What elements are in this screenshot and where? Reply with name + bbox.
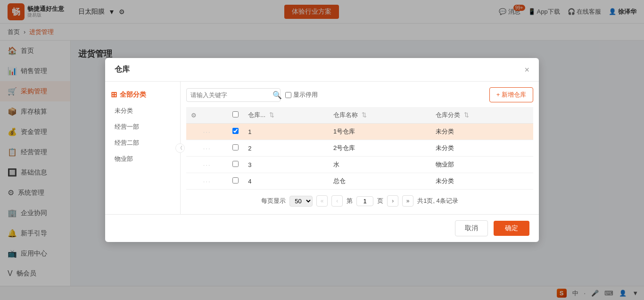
grid-icon: ⊞ xyxy=(111,90,117,99)
per-page-label: 每页显示 xyxy=(261,197,286,205)
table-row[interactable]: ··· 1 1号仓库 未分类 xyxy=(186,124,533,140)
select-all-checkbox[interactable] xyxy=(232,111,239,117)
th-category-label: 仓库分类 xyxy=(436,111,460,118)
first-page-button[interactable]: « xyxy=(316,195,328,207)
row-name: 1号仓库 xyxy=(329,124,431,140)
search-box: 🔍 xyxy=(186,88,281,102)
th-checkbox xyxy=(228,107,243,124)
table-row[interactable]: ··· 4 总仓 未分类 xyxy=(186,173,533,190)
modal-footer: 取消 确定 xyxy=(105,214,539,242)
row-category: 未分类 xyxy=(431,173,533,190)
table-body: ··· 1 1号仓库 未分类 ··· 2 2号仓库 未分类 ··· 3 水 物业… xyxy=(186,124,533,190)
category-label-0: 未分类 xyxy=(115,107,133,114)
prev-page-button[interactable]: ‹ xyxy=(331,195,343,207)
th-category: 仓库分类 ⇅ xyxy=(431,107,533,124)
row-category: 未分类 xyxy=(431,140,533,157)
row-actions: ··· xyxy=(186,140,228,157)
category-item-2[interactable]: 经营二部 xyxy=(105,135,180,151)
row-name: 2号仓库 xyxy=(329,140,431,157)
per-page-select[interactable]: 50 xyxy=(289,196,313,207)
table-header: ⚙ 仓库... ⇅ 仓库名称 ⇅ xyxy=(186,107,533,124)
row-checkbox[interactable] xyxy=(232,177,239,183)
th-name: 仓库名称 ⇅ xyxy=(329,107,431,124)
show-disabled-label: 显示停用 xyxy=(293,91,318,99)
cancel-button[interactable]: 取消 xyxy=(455,220,488,236)
row-checkbox[interactable] xyxy=(232,161,239,167)
confirm-button[interactable]: 确定 xyxy=(494,221,529,236)
row-checkbox-cell xyxy=(228,173,243,190)
row-index: 2 xyxy=(243,140,329,157)
row-checkbox-cell xyxy=(228,157,243,173)
last-page-button[interactable]: » xyxy=(402,195,413,207)
modal-title: 仓库 xyxy=(115,65,130,75)
table-toolbar: 🔍 显示停用 + 新增仓库 xyxy=(186,87,533,102)
table-header-row: ⚙ 仓库... ⇅ 仓库名称 ⇅ xyxy=(186,107,533,124)
collapse-panel-button[interactable]: 《 xyxy=(175,143,185,153)
total-info: 共1页, 4条记录 xyxy=(417,197,458,205)
row-checkbox[interactable] xyxy=(232,128,239,134)
gear-col-icon[interactable]: ⚙ xyxy=(191,112,197,119)
category-label-1: 经营一部 xyxy=(115,123,139,130)
table-panel: 🔍 显示停用 + 新增仓库 ⚙ xyxy=(181,82,539,214)
row-checkbox-cell xyxy=(228,124,243,140)
show-disabled-checkbox[interactable] xyxy=(285,92,291,98)
page-suffix: 页 xyxy=(377,197,383,205)
row-category: 物业部 xyxy=(431,157,533,173)
row-index: 4 xyxy=(243,173,329,190)
category-item-3[interactable]: 物业部 xyxy=(105,151,180,167)
row-checkbox[interactable] xyxy=(232,144,239,150)
row-actions: ··· xyxy=(186,124,228,140)
all-category-label: 全部分类 xyxy=(120,91,146,99)
search-icon[interactable]: 🔍 xyxy=(272,91,282,100)
category-panel: ⊞ 全部分类 未分类 经营一部 经营二部 物业部 《 xyxy=(105,82,181,214)
row-checkbox-cell xyxy=(228,140,243,157)
th-category-sort-icon[interactable]: ⇅ xyxy=(464,111,469,118)
table-row[interactable]: ··· 3 水 物业部 xyxy=(186,157,533,173)
pagination: 每页显示 50 « ‹ 第 页 › » 共1页, 4条记录 xyxy=(186,190,533,208)
table-row[interactable]: ··· 2 2号仓库 未分类 xyxy=(186,140,533,157)
row-index: 1 xyxy=(243,124,329,140)
modal-close-button[interactable]: × xyxy=(524,66,529,74)
modal-overlay: 仓库 × ⊞ 全部分类 未分类 经营一部 经营二部 xyxy=(0,0,644,300)
row-actions: ··· xyxy=(186,157,228,173)
row-category: 未分类 xyxy=(431,124,533,140)
next-page-button[interactable]: › xyxy=(387,195,398,207)
category-label-2: 经营二部 xyxy=(115,139,139,146)
category-label-3: 物业部 xyxy=(115,155,133,162)
category-item-1[interactable]: 经营一部 xyxy=(105,119,180,135)
th-code: 仓库... ⇅ xyxy=(243,107,329,124)
category-item-0[interactable]: 未分类 xyxy=(105,103,180,119)
add-warehouse-button[interactable]: + 新增仓库 xyxy=(489,87,533,102)
modal-body: ⊞ 全部分类 未分类 经营一部 经营二部 物业部 《 xyxy=(105,82,539,214)
th-code-sort-icon[interactable]: ⇅ xyxy=(269,111,274,118)
row-name: 总仓 xyxy=(329,173,431,190)
page-number-input[interactable] xyxy=(356,196,373,206)
all-category-item[interactable]: ⊞ 全部分类 xyxy=(105,86,180,103)
modal-header: 仓库 × xyxy=(105,58,539,82)
th-gear: ⚙ xyxy=(186,107,228,124)
show-disabled-area: 显示停用 xyxy=(285,91,318,99)
warehouse-modal: 仓库 × ⊞ 全部分类 未分类 经营一部 经营二部 xyxy=(105,58,539,242)
th-name-label: 仓库名称 xyxy=(333,111,358,118)
page-label: 第 xyxy=(347,197,353,205)
warehouse-table: ⚙ 仓库... ⇅ 仓库名称 ⇅ xyxy=(186,107,533,190)
th-name-sort-icon[interactable]: ⇅ xyxy=(362,111,367,118)
th-code-label: 仓库... xyxy=(248,111,265,118)
row-actions: ··· xyxy=(186,173,228,190)
search-input[interactable] xyxy=(190,92,270,99)
row-index: 3 xyxy=(243,157,329,173)
row-name: 水 xyxy=(329,157,431,173)
